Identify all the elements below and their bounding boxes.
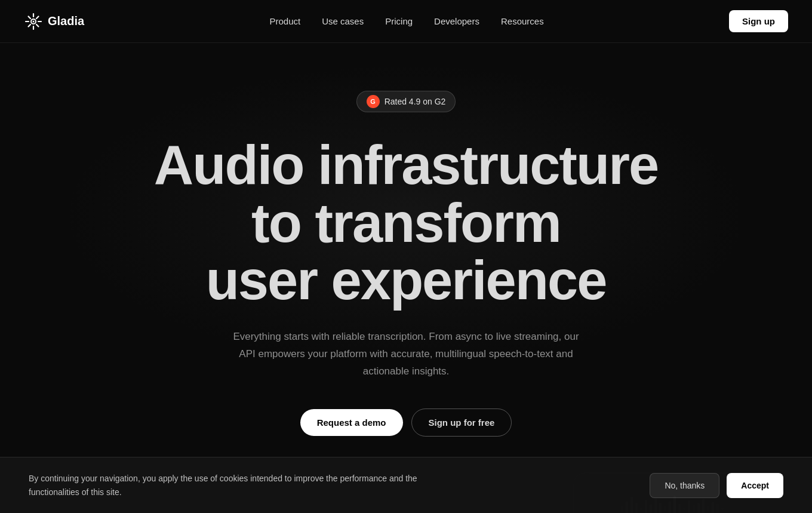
nav-link-resources[interactable]: Resources [501, 16, 544, 26]
hero-section: G Rated 4.9 on G2 Audio infrastructure t… [0, 43, 812, 472]
nav-item-use-cases[interactable]: Use cases [322, 16, 364, 27]
nav-item-developers[interactable]: Developers [434, 16, 479, 27]
nav-link-use-cases[interactable]: Use cases [322, 16, 364, 26]
signup-free-button[interactable]: Sign up for free [411, 408, 512, 437]
rating-text: Rated 4.9 on G2 [385, 97, 446, 106]
cookie-banner: By continuing your navigation, you apply… [0, 457, 812, 513]
nav-link-pricing[interactable]: Pricing [385, 16, 413, 26]
nav-item-pricing[interactable]: Pricing [385, 16, 413, 27]
logo-text: Gladia [48, 14, 84, 28]
hero-title: Audio infrastructure to transform user e… [154, 136, 658, 309]
cookie-accept-button[interactable]: Accept [727, 473, 783, 498]
hero-subtitle: Everything starts with reliable transcri… [227, 328, 585, 380]
nav-link-developers[interactable]: Developers [434, 16, 479, 26]
request-demo-button[interactable]: Request a demo [300, 409, 403, 436]
navbar: Gladia Product Use cases Pricing Develop… [0, 0, 812, 43]
logo-link[interactable]: Gladia [24, 12, 84, 31]
nav-item-product[interactable]: Product [269, 16, 300, 27]
svg-point-2 [33, 20, 35, 22]
hero-buttons: Request a demo Sign up for free [300, 408, 512, 437]
hero-title-line2: to transform [251, 192, 561, 253]
navbar-left: Gladia [24, 12, 84, 31]
gladia-logo-icon [24, 12, 43, 31]
signup-button[interactable]: Sign up [729, 10, 788, 32]
navbar-nav: Product Use cases Pricing Developers Res… [269, 16, 543, 27]
g2-icon: G [367, 95, 380, 108]
hero-title-line3: user experience [206, 250, 607, 311]
rating-badge: G Rated 4.9 on G2 [356, 91, 456, 112]
nav-link-product[interactable]: Product [269, 16, 300, 26]
cookie-text: By continuing your navigation, you apply… [29, 472, 447, 499]
hero-title-line1: Audio infrastructure [154, 134, 658, 195]
cookie-decline-button[interactable]: No, thanks [650, 473, 719, 498]
nav-item-resources[interactable]: Resources [501, 16, 544, 27]
cookie-actions: No, thanks Accept [650, 473, 783, 498]
